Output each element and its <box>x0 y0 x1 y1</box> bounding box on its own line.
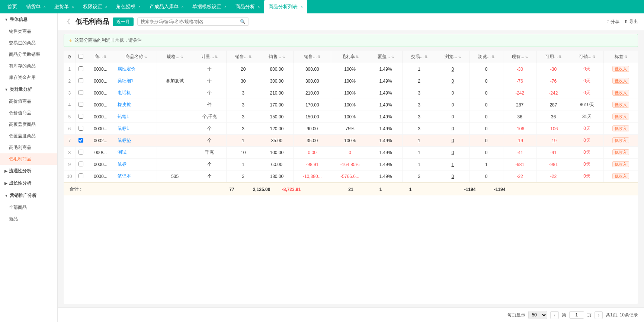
sidebar-item-low-margin[interactable]: 低毛利商品 <box>0 153 57 165</box>
row-name-cell[interactable]: 铅笔1 <box>115 111 157 123</box>
row-name-cell[interactable]: 鼠标垫 <box>115 135 157 147</box>
row-checkbox[interactable] <box>79 78 83 83</box>
nav-roles[interactable]: 角色授权 × <box>112 0 145 13</box>
sidebar-item-category-sales[interactable]: 商品分类助销率 <box>0 49 57 60</box>
sidebar-group-marketing[interactable]: ▼ 营销推广分析 <box>0 189 57 202</box>
sidebar-item-high-margin[interactable]: 高毛利商品 <box>0 142 57 153</box>
page-size-select[interactable]: 50 100 200 <box>528 311 547 319</box>
row-name-cell[interactable]: 鼠标 <box>115 159 157 170</box>
date-filter-btn[interactable]: 近一月 <box>113 17 134 26</box>
row-name-cell[interactable]: 测试 <box>115 147 157 159</box>
nav-close-templates[interactable]: × <box>224 5 227 9</box>
nav-close-permissions[interactable]: × <box>105 5 108 9</box>
nav-close-purchase[interactable]: × <box>72 5 74 9</box>
nav-purchase[interactable]: 进货单 × <box>50 0 78 13</box>
sidebar-item-stock-goods[interactable]: 有库存的商品 <box>0 60 57 72</box>
row-checkbox[interactable] <box>79 162 83 166</box>
nav-close-roles[interactable]: × <box>138 5 141 9</box>
row-name-cell[interactable]: 属性定价 <box>115 63 157 75</box>
nav-close-sales[interactable]: × <box>44 5 46 9</box>
sidebar-group-cluster[interactable]: ▼ 类群量分析 <box>0 83 57 96</box>
row-checkbox[interactable] <box>79 138 83 143</box>
nav-permissions[interactable]: 权限设置 × <box>79 0 112 13</box>
row-checkbox[interactable] <box>79 90 83 95</box>
row-check-cell[interactable] <box>76 75 86 87</box>
col-checkbox-header[interactable] <box>76 51 86 63</box>
row-trade-cell[interactable]: 0 <box>436 87 470 99</box>
next-page-btn[interactable]: › <box>595 311 603 319</box>
col-settings[interactable]: ⚙ <box>64 51 76 63</box>
data-table: ⚙ 商...⇅ 商品名称⇅ 规格...⇅ 计量...⇅ 销售...⇅ 销售...… <box>64 51 638 182</box>
sidebar-item-high-value[interactable]: 高价值商品 <box>0 96 57 107</box>
row-checkbox[interactable] <box>79 114 83 119</box>
row-checkbox[interactable] <box>79 126 83 131</box>
nav-analysis[interactable]: 商品分析 × <box>231 0 264 13</box>
row-trade-cell[interactable]: 0 <box>436 111 470 123</box>
row-checkbox[interactable] <box>79 66 83 71</box>
sidebar-item-low-value[interactable]: 低价值商品 <box>0 107 57 119</box>
row-trade-cell[interactable]: 0 <box>436 99 470 111</box>
row-avail-cell: 0天 <box>570 87 603 99</box>
search-input[interactable] <box>141 19 240 24</box>
prev-page-btn[interactable]: ‹ <box>550 311 558 319</box>
nav-close-analysis[interactable]: × <box>257 5 260 9</box>
row-trade-cell[interactable]: 0 <box>436 135 470 147</box>
sidebar-group-circulation[interactable]: ▶ 流通性分析 <box>0 165 57 177</box>
row-trade-cell[interactable]: 0 <box>436 75 470 87</box>
nav-sales[interactable]: 销货单 × <box>22 0 50 13</box>
nav-close-analysis-list[interactable]: × <box>301 5 303 9</box>
sidebar-item-capital[interactable]: 库存资金占用 <box>0 72 57 83</box>
select-all-checkbox[interactable] <box>79 54 83 59</box>
nav-analysis-list[interactable]: 商品分析列表 × <box>264 0 307 13</box>
row-name-cell[interactable]: 笔记本 <box>115 170 157 182</box>
row-check-cell[interactable] <box>76 147 86 159</box>
row-amount-cell: 35.00 <box>260 135 294 147</box>
row-name-cell[interactable]: 鼠标1 <box>115 123 157 135</box>
row-stock-cell: -76 <box>536 75 570 87</box>
nav-home[interactable]: 首页 <box>3 0 22 13</box>
row-avail-cell: 8610天 <box>570 99 603 111</box>
row-check-cell[interactable] <box>76 87 86 99</box>
notice-text: 这部分商品的利润非常低，请关注 <box>75 37 142 44</box>
row-checkbox[interactable] <box>79 173 83 178</box>
footer-label: 合计： <box>70 186 83 192</box>
sidebar-group-overall-label: 整体信息 <box>10 16 28 23</box>
sidebar-item-traded-goods[interactable]: 交易过的商品 <box>0 37 57 49</box>
nav-templates[interactable]: 单据模板设置 × <box>188 0 231 13</box>
col-saleable-header: 可销...⇅ <box>570 51 603 63</box>
sidebar-group-overall[interactable]: ▼ 整体信息 <box>0 13 57 26</box>
collapse-sidebar-btn[interactable]: 《 <box>64 17 70 26</box>
export-btn[interactable]: ⬆ 导出 <box>624 19 638 25</box>
row-check-cell[interactable] <box>76 135 86 147</box>
row-trade-cell[interactable]: 0 <box>436 147 470 159</box>
row-check-cell[interactable] <box>76 111 86 123</box>
sidebar-item-all-goods[interactable]: 全部商品 <box>0 202 57 213</box>
row-checkbox[interactable] <box>79 150 83 154</box>
row-trade-cell[interactable]: 0 <box>436 63 470 75</box>
row-name-cell[interactable]: 吴细细1 <box>115 75 157 87</box>
row-unit-cell: 个 <box>193 87 226 99</box>
row-trade-cell[interactable]: 0 <box>436 123 470 135</box>
row-check-cell[interactable] <box>76 123 86 135</box>
page-input[interactable] <box>569 311 584 319</box>
search-icon[interactable]: 🔍 <box>240 19 246 24</box>
row-checkbox[interactable] <box>79 102 83 107</box>
row-name-cell[interactable]: 橡皮擦 <box>115 99 157 111</box>
row-rate-cell: 100% <box>331 63 369 75</box>
nav-products[interactable]: 产成品入库单 × <box>145 0 188 13</box>
row-check-cell[interactable] <box>76 99 86 111</box>
sidebar-group-growth[interactable]: ▶ 成长性分析 <box>0 177 57 189</box>
sidebar-item-high-coverage[interactable]: 高覆盖度商品 <box>0 119 57 130</box>
row-check-cell[interactable] <box>76 159 86 170</box>
sidebar-item-new-goods[interactable]: 新品 <box>0 213 57 225</box>
row-trade-cell[interactable]: 0 <box>436 170 470 182</box>
row-check-cell[interactable] <box>76 63 86 75</box>
nav-close-products[interactable]: × <box>182 5 184 9</box>
share-btn[interactable]: ⤴ 分享 <box>607 19 619 25</box>
row-name-cell[interactable]: 电话机 <box>115 87 157 99</box>
row-trade-cell[interactable]: 1 <box>436 159 470 170</box>
row-browse2-cell: 287 <box>503 99 536 111</box>
sidebar-item-sales-goods[interactable]: 销售类商品 <box>0 26 57 37</box>
row-check-cell[interactable] <box>76 170 86 182</box>
sidebar-item-low-coverage[interactable]: 低覆盖度商品 <box>0 130 57 142</box>
